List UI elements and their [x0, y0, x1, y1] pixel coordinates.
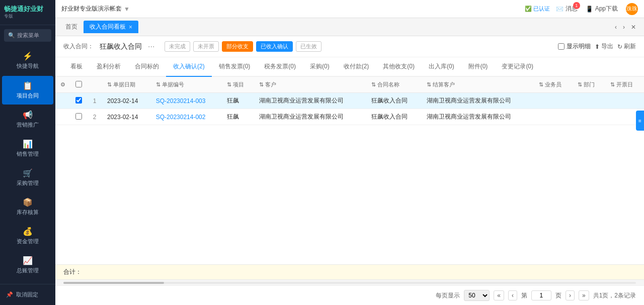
status-confirmed[interactable]: 已收入确认: [256, 41, 293, 52]
main-area: 好业财专业版演示帐套 ▼ ✅ 已认证 ✉️ 1 消息 📱 App下载 珠珠 首页: [55, 0, 644, 305]
first-page-button[interactable]: «: [494, 290, 504, 300]
page-number-input[interactable]: [531, 290, 551, 300]
purchase-icon: 🛒: [23, 168, 33, 178]
sidebar-item-invoice[interactable]: 🧾 发票管理: [2, 280, 53, 284]
td-num-2: 2: [87, 109, 102, 125]
sidebar-item-marketing[interactable]: 📢 营销推广: [2, 105, 53, 134]
marketing-icon: 📢: [23, 110, 33, 120]
td-dept-2: [573, 109, 605, 125]
app-download-button[interactable]: 📱 App下载: [586, 5, 618, 13]
table-header: ⚙ ⇅ 单据日期 ⇅ 单据编号 ⇅ 项目 ⇅ 客户 ⇅ 合同名称 ⇅ 结算客户 …: [55, 77, 644, 93]
message-button[interactable]: ✉️ 1 消息: [556, 5, 578, 13]
td-code-link-1[interactable]: SQ-20230214-003: [156, 97, 206, 105]
last-page-button[interactable]: »: [579, 290, 589, 300]
show-detail-checkbox[interactable]: 显示明细: [558, 42, 591, 51]
subtab-changes[interactable]: 变更记录(0): [495, 57, 540, 77]
ledger-icon: 📈: [23, 256, 33, 265]
status-partial[interactable]: 部分收支: [222, 41, 253, 52]
sidebar-quick-nav[interactable]: ⚡ 快捷导航: [2, 46, 53, 75]
sidebar-item-purchase[interactable]: 🛒 采购管理: [2, 163, 53, 192]
prev-page-button[interactable]: ‹: [508, 290, 517, 300]
subtab-profit[interactable]: 盈利分析: [90, 57, 128, 77]
sidebar-item-inventory[interactable]: 📦 库存核算: [2, 192, 53, 221]
td-settle-1: 湖南卫视商业运营发展有限公司: [422, 93, 534, 109]
sidebar-item-ledger[interactable]: 📈 总账管理: [2, 251, 53, 279]
content-area: 收入合同： 狂飙收入合同 ··· 未完成 未开票 部分收支 已收入确认 已生效 …: [55, 36, 644, 305]
subtab-other[interactable]: 其他收支(0): [376, 57, 422, 77]
td-contract-1: 狂飙收入合同: [366, 93, 421, 109]
sidebar-bottom: 📌 取消固定: [0, 284, 55, 305]
unpin-button[interactable]: 📌 取消固定: [4, 288, 51, 301]
header-right-actions: 显示明细 ⬆ 导出 ↻ 刷新: [558, 42, 636, 51]
unpin-icon: 📌: [6, 291, 13, 298]
status-uninvoiced[interactable]: 未开票: [193, 41, 219, 52]
td-code-1: SQ-20230214-003: [151, 93, 222, 109]
table-area: ⚙ ⇅ 单据日期 ⇅ 单据编号 ⇅ 项目 ⇅ 客户 ⇅ 合同名称 ⇅ 结算客户 …: [55, 77, 644, 264]
sidebar-item-funds[interactable]: 💰 资金管理: [2, 222, 53, 250]
th-date: ⇅ 单据日期: [102, 77, 151, 93]
scrollbar-thumb[interactable]: [63, 282, 164, 284]
sidebar-nav: 📋 项目合同 📢 营销推广 📊 销售管理 🛒 采购管理 📦 库存核算 💰 资金管…: [0, 75, 55, 284]
topbar-actions: ✉️ 1 消息 📱 App下载 珠珠: [556, 3, 638, 15]
subtab-payment[interactable]: 收付款(2): [337, 57, 376, 77]
app-download-icon: 📱: [586, 6, 593, 13]
right-sidebar-toggle[interactable]: ≡: [636, 111, 644, 131]
show-detail-input[interactable]: [558, 43, 565, 50]
subtabs: 看板 盈利分析 合同标的 收入确认(2) 销售发票(0) 税务发票(0) 采购(…: [55, 57, 644, 77]
subtab-target[interactable]: 合同标的: [128, 57, 166, 77]
certified-badge: ✅ 已认证: [525, 5, 550, 13]
company-selector[interactable]: 好业财专业版演示帐套 ▼: [61, 5, 519, 13]
th-code: ⇅ 单据编号: [151, 77, 222, 93]
td-settings-2: [55, 109, 70, 125]
tab-home[interactable]: 首页: [61, 21, 82, 33]
td-check-1[interactable]: [70, 93, 87, 109]
topbar: 好业财专业版演示帐套 ▼ ✅ 已认证 ✉️ 1 消息 📱 App下载 珠珠: [55, 0, 644, 18]
td-salesman-2: [534, 109, 573, 125]
tab-nav-prev[interactable]: ‹: [613, 23, 619, 32]
sidebar-item-sales[interactable]: 📊 销售管理: [2, 134, 53, 163]
td-salesman-1: [534, 93, 573, 109]
tab-nav-close[interactable]: ✕: [629, 23, 638, 32]
horizontal-scrollbar[interactable]: [55, 279, 644, 285]
td-contract-2: 狂飙收入合同: [366, 109, 421, 125]
quick-nav-icon: ⚡: [23, 51, 33, 61]
select-all-checkbox[interactable]: [75, 81, 82, 87]
th-open-date: ⇅ 开票日: [605, 77, 644, 93]
page-suffix: 页: [555, 291, 561, 300]
subtab-purchase[interactable]: 采购(0): [303, 57, 337, 77]
sidebar-search-area: 🔍 搜索菜单: [0, 25, 55, 46]
subtab-board[interactable]: 看板: [63, 57, 90, 77]
per-page-select[interactable]: 50 20 100: [464, 290, 490, 301]
refresh-icon: ↻: [617, 43, 622, 50]
right-sidebar-icon: ≡: [638, 118, 641, 124]
subtab-warehouse[interactable]: 出入库(0): [422, 57, 461, 77]
status-incomplete[interactable]: 未完成: [165, 41, 190, 52]
next-page-button[interactable]: ›: [566, 290, 575, 300]
tab-contract-board[interactable]: 收入合同看板 ×: [84, 21, 138, 33]
th-salesman: ⇅ 业务员: [534, 77, 573, 93]
contract-prefix: 收入合同：: [63, 42, 94, 51]
sidebar-item-project-contract[interactable]: 📋 项目合同: [2, 76, 53, 105]
td-num-1: 1: [87, 93, 102, 109]
th-settings[interactable]: ⚙: [55, 77, 70, 93]
export-button[interactable]: ⬆ 导出: [595, 42, 613, 51]
subtab-sales-invoice[interactable]: 销售发票(0): [212, 57, 258, 77]
subtab-tax-invoice[interactable]: 税务发票(0): [257, 57, 303, 77]
subtab-revenue-confirm[interactable]: 收入确认(2): [166, 57, 212, 77]
status-effective[interactable]: 已生效: [296, 41, 321, 52]
td-check-2[interactable]: [70, 109, 87, 125]
tab-close-button[interactable]: ×: [129, 24, 132, 31]
search-menu-button[interactable]: 🔍 搜索菜单: [4, 29, 51, 42]
logo-text: 畅捷通好业财: [4, 5, 43, 13]
user-avatar[interactable]: 珠珠: [626, 3, 638, 15]
td-code-link-2[interactable]: SQ-20230214-002: [156, 114, 206, 121]
contract-more-button[interactable]: ···: [148, 42, 154, 51]
th-contract: ⇅ 合同名称: [366, 77, 421, 93]
th-num: [87, 77, 102, 93]
tab-nav-next[interactable]: ›: [621, 23, 627, 32]
subtab-attachments[interactable]: 附件(0): [461, 57, 495, 77]
refresh-button[interactable]: ↻ 刷新: [617, 42, 636, 51]
sales-icon: 📊: [23, 139, 33, 149]
td-dept-1: [573, 93, 605, 109]
th-checkbox: [70, 77, 87, 93]
